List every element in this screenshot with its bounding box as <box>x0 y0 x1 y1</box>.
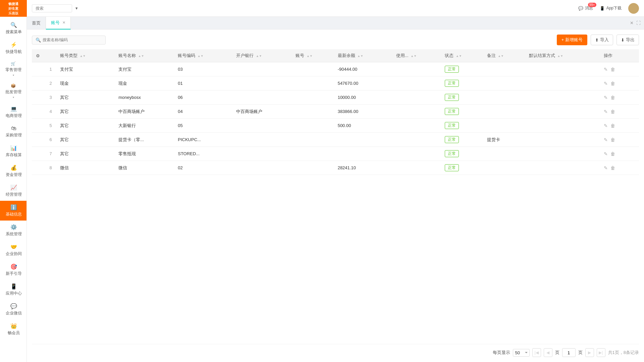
sidebar-item-retail-mgmt[interactable]: 🛒零售管理▾ <box>0 58 26 80</box>
td-settlement-0 <box>526 62 601 76</box>
last-page-button[interactable]: ▶| <box>597 348 605 357</box>
sidebar-item-corp-wechat[interactable]: 💬企业微信 <box>0 300 26 319</box>
td-action-4: ✎ 🗑 <box>601 119 639 133</box>
prev-page-button[interactable]: ◀ <box>544 348 552 357</box>
delete-icon-5[interactable]: 🗑 <box>610 137 615 142</box>
topbar-dropdown-icon[interactable]: ▾ <box>75 6 78 11</box>
th-bank[interactable]: 开户银行 ▲▼ <box>233 49 293 62</box>
th-settings[interactable]: ⚙ <box>32 49 44 62</box>
tab-home[interactable]: 首页 <box>27 17 46 29</box>
td-row-num <box>32 161 44 175</box>
table-row: 3 其它 moneybosx 06 10000.00 正常 ✎ 🗑 <box>32 90 639 105</box>
td-settlement-3 <box>526 105 601 119</box>
sidebar-item-corp-agreement[interactable]: 🤝企业协同 <box>0 240 26 260</box>
th-default-settlement[interactable]: 默认结算方式 ▲▼ <box>526 49 601 62</box>
td-usage-0 <box>393 62 442 76</box>
th-usage[interactable]: 使用... ▲▼ <box>393 49 442 62</box>
edit-icon-0[interactable]: ✎ <box>604 67 608 72</box>
delete-icon-0[interactable]: 🗑 <box>610 67 615 72</box>
table-row: 5 其它 大新银行 05 500.00 正常 ✎ 🗑 <box>32 119 639 133</box>
search-input[interactable] <box>43 38 102 42</box>
th-account-code[interactable]: 账号编码 ▲▼ <box>175 49 233 62</box>
add-account-button[interactable]: + 新增账号 <box>557 35 587 45</box>
delete-icon-1[interactable]: 🗑 <box>610 81 615 86</box>
sidebar-item-basic-info[interactable]: ℹ️基础信息 <box>0 201 26 221</box>
sidebar-item-operations[interactable]: 📈经营管理 <box>0 181 26 201</box>
td-usage-3 <box>393 105 442 119</box>
sidebar-item-ecom-mgmt[interactable]: 💻电商管理 <box>0 102 26 122</box>
tab-window-close[interactable]: ✕ <box>630 20 634 25</box>
sidebar-label-quick-nav: 快捷导航 <box>6 49 22 55</box>
th-balance[interactable]: 最新余额 ▲▼ <box>335 49 393 62</box>
app-download-button[interactable]: 📱 App下载 <box>600 5 622 11</box>
td-account-name-0: 支付宝 <box>116 62 175 76</box>
td-bank-3: 中百商场账户 <box>233 105 293 119</box>
sidebar-icon-purchase-mgmt: 🛍 <box>11 125 16 131</box>
sidebar-item-guide[interactable]: 🎯新手引导 <box>0 260 26 280</box>
th-account-name[interactable]: 账号名称 ▲▼ <box>116 49 175 62</box>
sidebar-item-sys-mgmt[interactable]: ⚙️系统管理 <box>0 221 26 240</box>
sidebar-item-inventory[interactable]: 📊库存核算 <box>0 141 26 161</box>
delete-icon-7[interactable]: 🗑 <box>610 165 615 171</box>
edit-icon-3[interactable]: ✎ <box>604 109 608 114</box>
tab-close-account[interactable]: ✕ <box>62 20 65 25</box>
td-account-type-2: 其它 <box>57 90 116 105</box>
message-button[interactable]: 💬 消息 99+ <box>578 5 593 11</box>
sidebar-item-search-menu[interactable]: 🔍搜索菜单 <box>0 18 26 38</box>
first-page-button[interactable]: |◀ <box>532 348 541 357</box>
th-remark[interactable]: 备注 ▲▼ <box>484 49 526 62</box>
td-bank-5 <box>233 133 293 147</box>
delete-icon-6[interactable]: 🗑 <box>610 151 615 157</box>
edit-icon-6[interactable]: ✎ <box>604 151 608 157</box>
main-container: ▾ 💬 消息 99+ 📱 App下载 首页账号✕✕⛶ 🔍 + 新增账号 <box>27 0 644 362</box>
app-download-label: App下载 <box>606 5 622 11</box>
th-account-no[interactable]: 账号 ▲▼ <box>293 49 335 62</box>
sidebar-label-finance-mgmt: 资金管理 <box>6 172 22 178</box>
tab-account[interactable]: 账号✕ <box>46 17 71 29</box>
sidebar-icon-corp-wechat: 💬 <box>10 303 17 309</box>
tab-window-expand[interactable]: ⛶ <box>636 20 641 25</box>
edit-icon-5[interactable]: ✎ <box>604 137 608 142</box>
delete-icon-2[interactable]: 🗑 <box>610 95 615 100</box>
th-account-type[interactable]: 账号类型 ▲▼ <box>57 49 116 62</box>
delete-icon-3[interactable]: 🗑 <box>610 109 615 114</box>
edit-icon-7[interactable]: ✎ <box>604 165 608 171</box>
table-row: 1 支付宝 支付宝 03 -90444.00 正常 ✎ 🗑 <box>32 62 639 76</box>
export-button[interactable]: ⬇ 导出 <box>616 35 639 45</box>
td-account-no-3 <box>293 105 335 119</box>
th-status[interactable]: 状态 ▲▼ <box>442 49 484 62</box>
table-row: 4 其它 中百商场账户 04 中百商场账户 383866.00 正常 ✎ 🗑 <box>32 105 639 119</box>
page-size-select[interactable]: 102050100 <box>513 349 530 357</box>
sidebar-item-quick-nav[interactable]: ⚡快捷导航 <box>0 38 26 58</box>
td-account-code-2: 06 <box>175 90 233 105</box>
td-account-type-4: 其它 <box>57 119 116 133</box>
topbar-left: ▾ <box>32 4 78 12</box>
sidebar-item-purchase-mgmt[interactable]: 🛍采购管理 <box>0 122 26 141</box>
td-account-type-3: 其它 <box>57 105 116 119</box>
td-row-num <box>32 90 44 105</box>
sidebar-item-finance-mgmt[interactable]: 💰资金管理 <box>0 161 26 181</box>
edit-icon-2[interactable]: ✎ <box>604 95 608 100</box>
avatar[interactable] <box>628 3 639 14</box>
td-remark-1 <box>484 76 526 90</box>
edit-icon-1[interactable]: ✎ <box>604 81 608 86</box>
sidebar-icon-retail-mgmt: 🛒 <box>11 61 16 66</box>
status-badge-2: 正常 <box>445 94 459 101</box>
td-index-5: 6 <box>44 133 57 147</box>
td-account-no-7 <box>293 161 335 175</box>
page-number-input[interactable] <box>562 348 576 357</box>
next-page-button[interactable]: ▶ <box>585 348 594 357</box>
edit-icon-4[interactable]: ✎ <box>604 123 608 128</box>
td-account-name-3: 中百商场账户 <box>116 105 175 119</box>
td-account-code-3: 04 <box>175 105 233 119</box>
import-label: 导入 <box>600 37 609 43</box>
import-button[interactable]: ⬆ 导入 <box>591 35 613 45</box>
sidebar-item-app-center[interactable]: 📱应用中心 <box>0 280 26 300</box>
td-bank-6 <box>233 147 293 161</box>
sidebar-item-membership[interactable]: 👑畅会员 <box>0 319 26 339</box>
sidebar-item-wholesale-mgmt[interactable]: 📦批发管理▾ <box>0 80 26 102</box>
delete-icon-4[interactable]: 🗑 <box>610 123 615 128</box>
status-badge-3: 正常 <box>445 108 459 115</box>
topbar-search-input[interactable] <box>32 4 72 12</box>
table-row: 8 微信 微信 02 28241.10 正常 ✎ 🗑 <box>32 161 639 175</box>
